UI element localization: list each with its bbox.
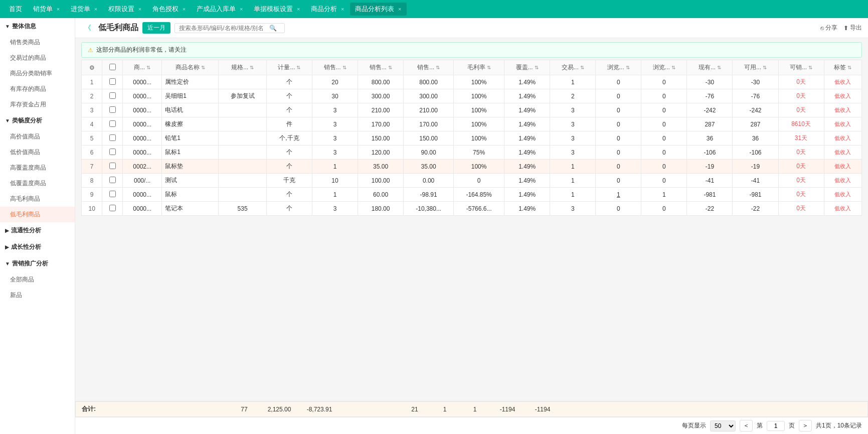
row-margin-col9: -5766.6... [454, 202, 504, 216]
row-checkbox[interactable] [102, 75, 123, 89]
sidebar-item-inventory-capital[interactable]: 库存资金占用 [0, 97, 75, 112]
row-checkbox[interactable] [102, 146, 123, 160]
next-page-button[interactable]: ＞ [799, 420, 812, 431]
prev-page-button[interactable]: ＜ [740, 420, 753, 431]
sidebar-item-low-margin[interactable]: 低毛利商品 [0, 207, 75, 222]
nav-role[interactable]: 角色授权 × [147, 3, 191, 16]
row-select-checkbox[interactable] [109, 92, 116, 99]
col-tag[interactable]: 标签⇅ [824, 60, 861, 75]
nav-product-analysis[interactable]: 商品分析 × [306, 3, 349, 16]
row-select-checkbox[interactable] [109, 149, 116, 155]
page-size-select[interactable]: 50 100 200 [710, 420, 736, 431]
nav-product-analysis-list[interactable]: 商品分析列表 × [350, 3, 406, 16]
nav-sales[interactable]: 销货单 × [28, 3, 65, 16]
collapse-sidebar-button[interactable]: 《 [81, 24, 94, 33]
sidebar-item-high-coverage[interactable]: 高覆盖度商品 [0, 160, 75, 176]
nav-purchase-close[interactable]: × [94, 6, 97, 12]
col-sale-amount[interactable]: 销售...⇅ [404, 60, 454, 75]
row-checkbox[interactable] [102, 103, 123, 117]
row-name[interactable]: 鼠标 [162, 188, 219, 202]
nav-permission-close[interactable]: × [138, 6, 141, 12]
row-name[interactable]: 鼠标垫 [162, 160, 219, 174]
row-name[interactable]: 测试 [162, 174, 219, 188]
sidebar-group-category-analysis[interactable]: ▼ 类畅度分析 [0, 112, 75, 129]
row-select-checkbox[interactable] [109, 120, 116, 127]
nav-product-analysis-list-close[interactable]: × [398, 6, 401, 12]
col-sellable[interactable]: 可销...⇅ [778, 60, 824, 75]
sidebar-group-growth[interactable]: ▶ 成长性分析 [0, 239, 75, 255]
nav-sales-close[interactable]: × [57, 6, 60, 12]
nav-product-entry-close[interactable]: × [240, 6, 243, 12]
col-available[interactable]: 可用...⇅ [733, 60, 778, 75]
col-txn[interactable]: 交易...⇅ [550, 60, 596, 75]
table-container[interactable]: ⚙ 商...⇅ 商品名称⇅ 规格...⇅ 计量...⇅ 销售...⇅ 销售...… [81, 60, 862, 401]
search-input[interactable] [179, 25, 269, 32]
col-code[interactable]: 商...⇅ [123, 60, 162, 75]
nav-template-close[interactable]: × [297, 6, 300, 12]
row-checkbox[interactable] [102, 160, 123, 174]
sidebar-group-liquidity[interactable]: ▶ 流通性分析 [0, 222, 75, 239]
nav-role-close[interactable]: × [183, 6, 186, 12]
sidebar-item-stocked-products[interactable]: 有库存的商品 [0, 81, 75, 97]
row-select-checkbox[interactable] [109, 106, 116, 113]
sidebar-item-new-products[interactable]: 新品 [0, 287, 75, 303]
col-coverage[interactable]: 覆盖...⇅ [504, 60, 550, 75]
row-select-checkbox[interactable] [109, 134, 116, 141]
row-name[interactable]: 电话机 [162, 103, 219, 117]
row-select-checkbox[interactable] [109, 205, 116, 211]
nav-template[interactable]: 单据模板设置 × [249, 3, 305, 16]
nav-product-analysis-close[interactable]: × [341, 6, 344, 12]
sidebar-item-high-value[interactable]: 高价值商品 [0, 129, 75, 144]
date-filter-button[interactable]: 近一月 [142, 22, 170, 34]
sidebar-item-category-rate[interactable]: 商品分类助销率 [0, 66, 75, 81]
col-sale-price[interactable]: 销售...⇅ [358, 60, 404, 75]
row-select-checkbox[interactable] [109, 163, 116, 169]
row-checkbox[interactable] [102, 174, 123, 188]
col-current[interactable]: 现有...⇅ [687, 60, 733, 75]
col-sale-qty[interactable]: 销售...⇅ [312, 60, 358, 75]
export-button[interactable]: ⬆ 导出 [843, 24, 862, 32]
sidebar-item-low-coverage[interactable]: 低覆盖度商品 [0, 176, 75, 191]
search-icon[interactable]: 🔍 [269, 25, 277, 32]
row-name[interactable]: 笔记本 [162, 202, 219, 216]
sidebar-item-high-margin[interactable]: 高毛利商品 [0, 191, 75, 207]
col-margin-rate[interactable]: 毛利率⇅ [454, 60, 504, 75]
share-button[interactable]: ⎋ 分享 [820, 24, 837, 32]
nav-home[interactable]: 首页 [4, 3, 27, 16]
sidebar-group-overall[interactable]: ▼ 整体信息 [0, 18, 75, 35]
row-current: -242 [687, 103, 733, 117]
row-select-checkbox[interactable] [109, 78, 116, 85]
row-select-checkbox[interactable] [109, 191, 116, 197]
col-unit[interactable]: 计量...⇅ [266, 60, 312, 75]
row-checkbox[interactable] [102, 131, 123, 146]
row-name[interactable]: 橡皮擦 [162, 117, 219, 131]
sidebar-item-traded-products[interactable]: 交易过的商品 [0, 50, 75, 66]
sidebar-item-all-products[interactable]: 全部商品 [0, 272, 75, 287]
col-checkbox[interactable] [102, 60, 123, 75]
row-checkbox[interactable] [102, 188, 123, 202]
row-checkbox[interactable] [102, 202, 123, 216]
col-spec[interactable]: 规格...⇅ [219, 60, 267, 75]
row-checkbox[interactable] [102, 89, 123, 103]
sort-icon-9: ⇅ [535, 65, 539, 70]
row-select-checkbox[interactable] [109, 177, 116, 183]
sidebar-item-low-value[interactable]: 低价值商品 [0, 144, 75, 160]
row-name[interactable]: 属性定价 [162, 75, 219, 89]
page-number-input[interactable] [767, 421, 785, 431]
col-browse2[interactable]: 浏览...⇅ [641, 60, 687, 75]
sidebar-group-marketing[interactable]: ▼ 营销推广分析 [0, 255, 75, 272]
row-checkbox[interactable] [102, 117, 123, 131]
col-browse1[interactable]: 浏览...⇅ [596, 60, 641, 75]
select-all-checkbox[interactable] [109, 64, 116, 70]
settings-icon[interactable]: ⚙ [89, 64, 95, 71]
sidebar-item-sales-products[interactable]: 销售类商品 [0, 35, 75, 50]
row-price: 800.00 [358, 75, 404, 89]
row-name[interactable]: 鼠标1 [162, 146, 219, 160]
nav-permission[interactable]: 权限设置 × [103, 3, 146, 16]
row-name[interactable]: 吴细细1 [162, 89, 219, 103]
row-name[interactable]: 铅笔1 [162, 131, 219, 146]
nav-product-entry[interactable]: 产成品入库单 × [192, 3, 248, 16]
nav-purchase[interactable]: 进货单 × [66, 3, 102, 16]
col-name[interactable]: 商品名称⇅ [162, 60, 219, 75]
col-settings[interactable]: ⚙ [82, 60, 102, 75]
